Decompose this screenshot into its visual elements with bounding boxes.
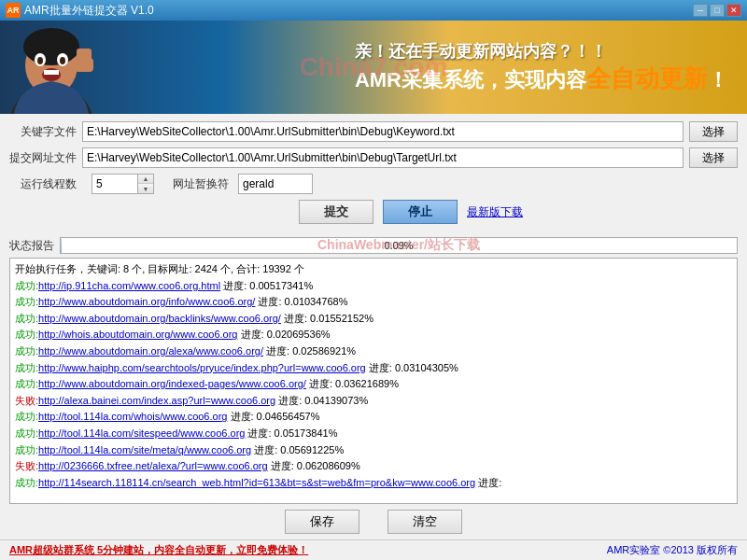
log-extra: 进度: 0.01552152% bbox=[281, 313, 374, 324]
log-line: 成功:http://www.haiphp.com/searchtools/pry… bbox=[15, 360, 732, 377]
log-line: 成功:http://ip.911cha.com/www.coo6.org.htm… bbox=[15, 278, 732, 295]
log-url-link[interactable]: http://ip.911cha.com/www.coo6.org.html bbox=[38, 280, 220, 291]
log-fail-label: 失败: bbox=[15, 460, 38, 471]
log-url-link[interactable]: http://www.aboutdomain.org/alexa/www.coo… bbox=[38, 345, 263, 357]
log-success-label: 成功: bbox=[15, 444, 38, 455]
banner-amr-text: AMR采集系统，实现内容 bbox=[355, 68, 586, 91]
log-success-label: 成功: bbox=[15, 427, 38, 439]
minimize-button[interactable]: ─ bbox=[693, 4, 708, 17]
stop-button[interactable]: 停止 bbox=[383, 200, 458, 224]
log-success-label: 成功: bbox=[15, 280, 38, 291]
thread-label: 运行线程数 bbox=[9, 176, 77, 192]
log-line: 成功:http://www.aboutdomain.org/alexa/www.… bbox=[15, 343, 732, 360]
log-line: 失败:http://alexa.bainei.com/index.asp?url… bbox=[15, 393, 732, 410]
svg-point-9 bbox=[60, 57, 65, 64]
log-url-link[interactable]: http://tool.114la.com/sitespeed/www.coo6… bbox=[38, 427, 245, 439]
banner-plain2: 更新网站内容？！！ bbox=[456, 42, 607, 61]
clear-button[interactable]: 清空 bbox=[388, 510, 462, 534]
log-fail-label: 失败: bbox=[15, 395, 38, 406]
close-button[interactable]: ✕ bbox=[726, 4, 741, 17]
spinner-arrows: ▲ ▼ bbox=[138, 174, 154, 194]
log-line: 成功:http://114search.118114.cn/search_web… bbox=[15, 475, 732, 492]
form-area: 关键字文件 选择 提交网址文件 选择 运行线程数 ▲ ▼ 网址暂换符 提交 bbox=[0, 114, 747, 237]
log-url-link[interactable]: http://www.aboutdomain.org/info/www.coo6… bbox=[38, 296, 255, 307]
log-extra: 进度: 0.01034768% bbox=[255, 296, 347, 307]
log-line: 成功:http://www.aboutdomain.org/backlinks/… bbox=[15, 311, 732, 328]
log-url-link[interactable]: http://www.aboutdomain.org/indexed-pages… bbox=[38, 378, 306, 389]
app-icon: AR bbox=[6, 3, 21, 18]
banner-suffix: ！ bbox=[708, 68, 728, 91]
log-success-label: 成功: bbox=[15, 313, 38, 324]
url-row: 提交网址文件 选择 bbox=[9, 147, 738, 168]
log-success-label: 成功: bbox=[15, 477, 38, 488]
spinner-up[interactable]: ▲ bbox=[138, 175, 153, 184]
log-url-link[interactable]: http://www.aboutdomain.org/backlinks/www… bbox=[38, 313, 281, 324]
log-url-link[interactable]: http://tool.114la.com/whois/www.coo6.org bbox=[38, 411, 227, 422]
log-line: 开始执行任务，关键词: 8 个, 目标网址: 2424 个, 合计: 19392… bbox=[15, 261, 732, 278]
banner: 亲！还在手动更新网站内容？！！ AMR采集系统，实现内容全自动更新！ China… bbox=[0, 21, 747, 114]
window-title: AMR批量外链提交器 V1.0 bbox=[24, 3, 693, 19]
log-extra: 进度: 0.06208609% bbox=[268, 460, 360, 471]
log-url-link[interactable]: http://alexa.bainei.com/index.asp?url=ww… bbox=[38, 395, 275, 406]
save-button[interactable]: 保存 bbox=[285, 510, 359, 534]
url-label: 提交网址文件 bbox=[9, 150, 77, 166]
keyword-label: 关键字文件 bbox=[9, 124, 77, 140]
log-extra: 进度: 0.03104305% bbox=[366, 362, 458, 373]
svg-rect-5 bbox=[44, 70, 59, 75]
log-url-link[interactable]: http://www.haiphp.com/searchtools/pryuce… bbox=[38, 362, 366, 373]
log-extra: 进度: 0.02069536% bbox=[237, 329, 330, 340]
footer-right-link[interactable]: AMR实验室 ©2013 版权所有 bbox=[607, 543, 738, 557]
maximize-button[interactable]: □ bbox=[710, 4, 725, 17]
spinner-down[interactable]: ▼ bbox=[138, 184, 153, 193]
log-extra: 进度: bbox=[475, 477, 501, 488]
nickname-input[interactable] bbox=[238, 174, 313, 194]
footer-left-link[interactable]: AMR超级站群系统 5分钟建站，内容全自动更新，立即免费体验！ bbox=[9, 543, 308, 557]
person-svg bbox=[0, 21, 103, 114]
thread-input[interactable] bbox=[92, 174, 138, 194]
log-extra: 进度: 0.00517341% bbox=[220, 280, 313, 291]
log-success-label: 成功: bbox=[15, 378, 38, 389]
keyword-row: 关键字文件 选择 bbox=[9, 121, 738, 142]
url-select-button[interactable]: 选择 bbox=[689, 147, 738, 168]
main-container: 亲！还在手动更新网站内容？！！ AMR采集系统，实现内容全自动更新！ China… bbox=[0, 21, 747, 560]
latest-version-link[interactable]: 最新版下载 bbox=[467, 204, 523, 220]
log-url-link[interactable]: http://tool.114la.com/site/meta/q/www.co… bbox=[38, 444, 251, 455]
titlebar: AR AMR批量外链提交器 V1.0 ─ □ ✕ bbox=[0, 0, 747, 21]
log-line: 成功:http://tool.114la.com/sitespeed/www.c… bbox=[15, 426, 732, 442]
log-url-link[interactable]: http://0236666.txfree.net/alexa/?url=www… bbox=[38, 460, 268, 471]
log-success-label: 成功: bbox=[15, 411, 38, 422]
action-buttons-row: 提交 停止 最新版下载 bbox=[9, 200, 738, 224]
url-input[interactable] bbox=[82, 147, 684, 168]
log-success-label: 成功: bbox=[15, 296, 38, 307]
log-line: 成功:http://www.aboutdomain.org/info/www.c… bbox=[15, 294, 732, 311]
log-success-label: 成功: bbox=[15, 329, 38, 340]
banner-person bbox=[0, 21, 103, 114]
log-line: 成功:http://tool.114la.com/site/meta/q/www… bbox=[15, 442, 732, 459]
window-controls: ─ □ ✕ bbox=[693, 4, 741, 17]
banner-plain1: 亲！还在 bbox=[355, 42, 422, 61]
log-url-link[interactable]: http://114search.118114.cn/search_web.ht… bbox=[38, 477, 475, 488]
submit-button[interactable]: 提交 bbox=[299, 200, 374, 224]
log-extra: 进度: 0.03621689% bbox=[306, 378, 399, 389]
log-line: 成功:http://whois.aboutdomain.org/www.coo6… bbox=[15, 327, 732, 343]
svg-point-8 bbox=[37, 57, 43, 64]
banner-line2: AMR采集系统，实现内容全自动更新！ bbox=[355, 63, 728, 95]
bottom-buttons: 保存 清空 bbox=[0, 504, 747, 539]
log-extra: 进度: 0.04139073% bbox=[275, 395, 368, 406]
log-success-label: 成功: bbox=[15, 345, 38, 357]
log-url-link[interactable]: http://whois.aboutdomain.org/www.coo6.or… bbox=[38, 329, 237, 340]
status-section: 状态报告 ChinaWebmaster/站长下载 0.09% 开始执行任务，关键… bbox=[0, 237, 747, 504]
keyword-input[interactable] bbox=[82, 121, 684, 142]
log-area[interactable]: 开始执行任务，关键词: 8 个, 目标网址: 2424 个, 合计: 19392… bbox=[9, 258, 738, 504]
thread-nickname-row: 运行线程数 ▲ ▼ 网址暂换符 bbox=[9, 174, 738, 194]
banner-line1: 亲！还在手动更新网站内容？！！ bbox=[355, 40, 728, 63]
log-success-label: 成功: bbox=[15, 362, 38, 373]
progress-bar-container: ChinaWebmaster/站长下载 0.09% bbox=[60, 237, 738, 254]
log-extra: 进度: 0.05173841% bbox=[245, 427, 337, 439]
thread-spinner: ▲ ▼ bbox=[92, 174, 154, 194]
footer: AMR超级站群系统 5分钟建站，内容全自动更新，立即免费体验！ AMR实验室 ©… bbox=[0, 539, 747, 560]
log-line: 成功:http://www.aboutdomain.org/indexed-pa… bbox=[15, 376, 732, 393]
log-extra: 进度: 0.02586921% bbox=[263, 345, 356, 357]
keyword-select-button[interactable]: 选择 bbox=[689, 121, 738, 142]
svg-rect-11 bbox=[77, 49, 92, 65]
